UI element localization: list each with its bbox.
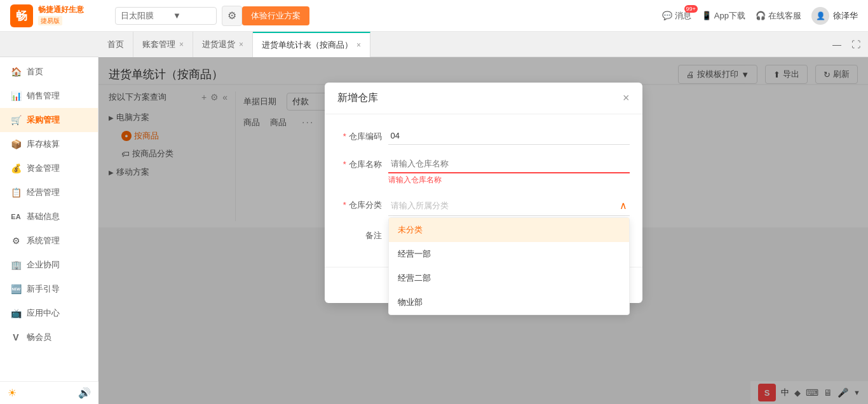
- tab-purchase-return-label: 进货退货: [202, 39, 235, 50]
- form-row-category: * 仓库分类 请输入所属分类 ∧ 未分类: [337, 196, 630, 216]
- sidebar-bottom-bar: ☀ 🔊: [0, 381, 98, 404]
- basic-icon: EA: [10, 211, 22, 222]
- search-value: 日太阳膜: [121, 10, 154, 22]
- warehouse-name-input[interactable]: [388, 155, 630, 173]
- app-center-icon: 📺: [10, 307, 22, 319]
- try-industry-button[interactable]: 体验行业方案: [242, 6, 309, 25]
- sidebar-item-finance[interactable]: 💰 资金管理: [0, 156, 98, 180]
- modal-title: 新增仓库: [337, 91, 378, 105]
- dropdown-item-3[interactable]: 物业部: [389, 290, 629, 314]
- message-button[interactable]: 💬 消息 99+: [662, 10, 691, 22]
- online-service-button[interactable]: 🎧 在线客服: [756, 10, 801, 22]
- main-layout: 🏠 首页 📊 销售管理 🛒 采购管理 📦 库存核算 💰 资金管理 📋 经营管理 …: [0, 57, 868, 404]
- gear-icon: ⚙: [227, 10, 236, 22]
- notes-label: 备注: [337, 226, 388, 241]
- phone-icon: 📱: [702, 11, 712, 20]
- tab-account-label: 账套管理: [142, 39, 175, 50]
- warehouse-name-field-wrap: 请输入仓库名称: [388, 155, 630, 185]
- inventory-icon: 📦: [10, 138, 22, 150]
- header-actions: 💬 消息 99+ 📱 App下载 🎧 在线客服 👤 徐泽华: [662, 7, 858, 25]
- sidebar-item-guide[interactable]: 🆕 新手引导: [0, 277, 98, 301]
- sidebar-label-app-center: 应用中心: [27, 307, 60, 319]
- app-download-button[interactable]: 📱 App下载: [702, 10, 745, 22]
- online-service-label: 在线客服: [768, 10, 801, 22]
- headset-icon: 🎧: [756, 11, 766, 20]
- message-icon: 💬: [662, 11, 672, 20]
- sidebar-item-home[interactable]: 🏠 首页: [0, 60, 98, 84]
- sidebar-label-vip: 畅会员: [27, 332, 51, 343]
- dropdown-item-1[interactable]: 经营一部: [389, 242, 629, 266]
- tab-minimize-icon[interactable]: —: [830, 37, 844, 52]
- search-dropdown-arrow-icon[interactable]: ▼: [173, 11, 181, 20]
- purchase-icon: 🛒: [10, 114, 22, 126]
- dropdown-item-2[interactable]: 经营二部: [389, 266, 629, 290]
- header-search[interactable]: 日太阳膜 ▼: [115, 7, 217, 25]
- tab-purchase-stat[interactable]: 进货单统计表（按商品） ×: [253, 32, 370, 57]
- logo-badge: 捷易版: [38, 16, 62, 25]
- guide-icon: 🆕: [10, 283, 22, 295]
- warehouse-category-placeholder: 请输入所属分类: [391, 200, 449, 212]
- operation-icon: 📋: [10, 187, 22, 198]
- warehouse-category-label: * 仓库分类: [337, 196, 388, 211]
- warehouse-code-input[interactable]: [388, 127, 630, 145]
- sound-icon[interactable]: 🔊: [78, 387, 91, 399]
- add-warehouse-modal: 新增仓库 × * 仓库编码 *: [325, 83, 642, 303]
- sidebar-label-home: 首页: [27, 66, 43, 77]
- sidebar-label-operation: 经营管理: [27, 187, 60, 198]
- finance-icon: 💰: [10, 163, 22, 174]
- tab-account-close-icon[interactable]: ×: [179, 40, 184, 49]
- modal-body: * 仓库编码 * 仓库名称 请输入仓库名称: [325, 114, 642, 267]
- sidebar: 🏠 首页 📊 销售管理 🛒 采购管理 📦 库存核算 💰 资金管理 📋 经营管理 …: [0, 57, 98, 404]
- logo-area: 畅 畅捷通好生意 捷易版: [10, 4, 109, 27]
- warehouse-category-select[interactable]: 请输入所属分类 ∧: [388, 196, 630, 216]
- sidebar-label-system: 系统管理: [27, 235, 60, 246]
- sidebar-item-app-center[interactable]: 📺 应用中心: [0, 301, 98, 325]
- tab-home-label: 首页: [107, 39, 124, 50]
- tab-purchase-stat-label: 进货单统计表（按商品）: [262, 39, 353, 51]
- sidebar-item-basic[interactable]: EA 基础信息: [0, 205, 98, 229]
- user-area[interactable]: 👤 徐泽华: [811, 7, 858, 25]
- sidebar-item-vip[interactable]: V 畅会员: [0, 325, 98, 349]
- sales-icon: 📊: [10, 90, 22, 102]
- home-icon: 🏠: [10, 66, 22, 77]
- tab-bar: 首页 账套管理 × 进货退货 × 进货单统计表（按商品） × — ⛶: [0, 32, 868, 57]
- user-name: 徐泽华: [833, 10, 858, 22]
- logo-text-main: 畅捷通好生意: [38, 5, 84, 15]
- sidebar-label-basic: 基础信息: [27, 211, 60, 222]
- warehouse-code-label: * 仓库编码: [337, 127, 388, 142]
- sidebar-item-system[interactable]: ⚙ 系统管理: [0, 229, 98, 253]
- form-row-name: * 仓库名称 请输入仓库名称: [337, 155, 630, 185]
- tab-account[interactable]: 账套管理 ×: [133, 32, 193, 57]
- sidebar-item-operation[interactable]: 📋 经营管理: [0, 180, 98, 205]
- enterprise-icon: 🏢: [10, 259, 22, 271]
- tab-purchase-return-close-icon[interactable]: ×: [239, 40, 243, 49]
- category-up-arrow-icon: ∧: [620, 199, 627, 212]
- top-header: 畅 畅捷通好生意 捷易版 日太阳膜 ▼ ⚙ 体验行业方案 💬 消息 99+ 📱 …: [0, 0, 868, 32]
- sidebar-label-finance: 资金管理: [27, 163, 60, 174]
- warehouse-name-label: * 仓库名称: [337, 155, 388, 170]
- sidebar-label-inventory: 库存核算: [27, 138, 60, 150]
- tab-expand-icon[interactable]: ⛶: [849, 37, 863, 52]
- modal-overlay[interactable]: 新增仓库 × * 仓库编码 *: [98, 57, 868, 404]
- app-download-label: App下载: [714, 10, 745, 22]
- tab-purchase-stat-close-icon[interactable]: ×: [356, 41, 361, 50]
- tab-home[interactable]: 首页: [98, 32, 133, 57]
- sidebar-label-enterprise: 企业协同: [27, 259, 60, 271]
- tab-bar-right: — ⛶: [830, 37, 868, 52]
- modal-close-button[interactable]: ×: [623, 91, 630, 105]
- sidebar-label-sales: 销售管理: [27, 90, 60, 102]
- sidebar-item-purchase[interactable]: 🛒 采购管理: [0, 108, 98, 132]
- gear-button[interactable]: ⚙: [222, 6, 242, 26]
- sidebar-item-enterprise[interactable]: 🏢 企业协同: [0, 253, 98, 277]
- user-avatar: 👤: [811, 7, 829, 25]
- tab-purchase-return[interactable]: 进货退货 ×: [193, 32, 253, 57]
- dropdown-item-0[interactable]: 未分类: [389, 218, 629, 242]
- sidebar-item-inventory[interactable]: 📦 库存核算: [0, 132, 98, 156]
- sidebar-label-guide: 新手引导: [27, 283, 60, 295]
- vip-icon: V: [10, 332, 22, 343]
- sidebar-item-sales[interactable]: 📊 销售管理: [0, 84, 98, 108]
- notification-badge: 99+: [684, 5, 698, 13]
- sidebar-label-purchase: 采购管理: [27, 114, 60, 126]
- theme-icon[interactable]: ☀: [8, 387, 17, 399]
- content-area: 进货单统计（按商品） 🖨 按模板打印 ▼ ⬆ 导出 ↻ 刷新: [98, 57, 868, 404]
